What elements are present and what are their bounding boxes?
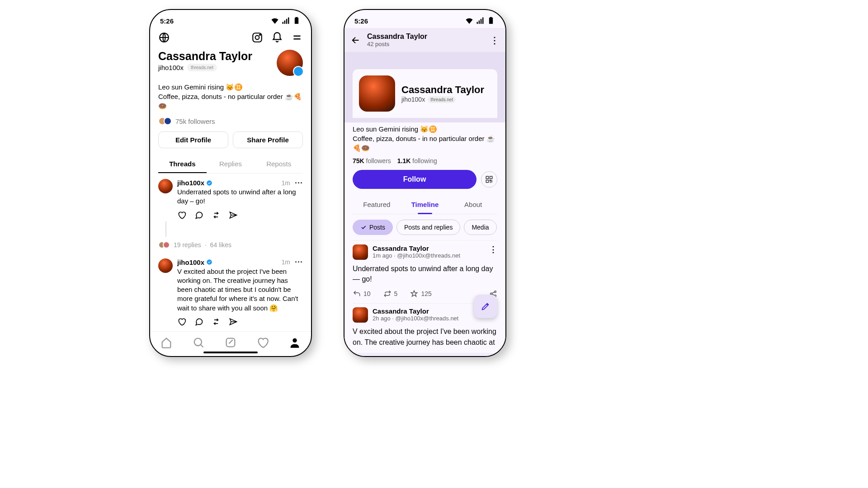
heart-icon[interactable] — [177, 211, 186, 220]
facepile — [158, 117, 172, 125]
tab-featured[interactable]: Featured — [353, 195, 401, 214]
post-user[interactable]: jiho100x — [177, 258, 204, 266]
header-subtitle: 42 posts — [367, 41, 427, 47]
battery-icon — [292, 16, 301, 25]
filter-posts[interactable]: Posts — [353, 220, 393, 235]
post-avatar[interactable] — [158, 179, 173, 193]
post-meta: 1m ago · @jiho100x@threads.net — [373, 252, 460, 259]
svg-point-3 — [259, 34, 260, 35]
status-bar: 5:26 — [344, 10, 505, 28]
nav-activity-icon[interactable] — [256, 336, 269, 349]
nav-profile-icon[interactable] — [288, 336, 301, 349]
thread-line — [165, 221, 166, 237]
post[interactable]: jiho100x 1m ··· V excited about the proj… — [150, 253, 311, 332]
followers-row[interactable]: 75k followers — [158, 117, 303, 125]
repost-icon[interactable] — [212, 211, 221, 220]
tab-replies[interactable]: Replies — [207, 155, 255, 173]
svg-rect-12 — [486, 180, 488, 183]
bottom-nav — [344, 353, 505, 357]
follow-button[interactable]: Follow — [353, 170, 476, 189]
profile-body: Leo sun Gemini rising 😽♊ Coffee, pizza, … — [344, 122, 505, 353]
repost-icon[interactable] — [212, 317, 221, 326]
send-icon[interactable] — [229, 317, 238, 326]
svg-point-4 — [207, 180, 212, 186]
profile-tabs: Featured Timeline About — [353, 195, 497, 214]
post[interactable]: jiho100x 1m ··· Underrated spots to unwi… — [150, 174, 311, 253]
share-profile-button[interactable]: Share Profile — [233, 131, 303, 148]
tab-threads[interactable]: Threads — [158, 155, 207, 173]
back-icon[interactable] — [351, 35, 361, 45]
post-avatar[interactable] — [353, 307, 368, 323]
feed[interactable]: jiho100x 1m ··· Underrated spots to unwi… — [150, 174, 311, 331]
svg-point-5 — [207, 259, 212, 265]
boost-button[interactable]: 5 — [383, 290, 398, 298]
avatar[interactable] — [277, 50, 303, 76]
timeline-filters: Posts Posts and replies Media — [353, 214, 497, 240]
post-avatar[interactable] — [158, 258, 173, 273]
post-author[interactable]: Cassandra Taylor — [373, 244, 460, 252]
home-indicator — [203, 352, 258, 353]
post-replies[interactable]: 19 replies — [174, 241, 201, 249]
reply-button[interactable]: 10 — [353, 290, 371, 298]
nav-compose-icon[interactable] — [224, 336, 237, 349]
followers-count[interactable]: 75K followers — [353, 157, 391, 164]
cover-area: Cassandra Taylor jiho100x threads.net — [344, 52, 505, 122]
filter-posts-replies[interactable]: Posts and replies — [396, 220, 460, 235]
profile-bio: Leo sun Gemini rising 😽♊ Coffee, pizza, … — [158, 82, 303, 111]
profile-handle: jiho100x — [158, 64, 184, 71]
more-icon[interactable]: ⋮ — [490, 35, 499, 46]
post-text: V excited about the project I've been wo… — [177, 267, 303, 313]
post-more-icon[interactable]: ··· — [295, 260, 303, 264]
compose-fab[interactable] — [474, 295, 497, 318]
edit-profile-button[interactable]: Edit Profile — [158, 131, 228, 148]
qr-button[interactable] — [481, 171, 497, 188]
svg-point-7 — [194, 338, 201, 346]
status-time: 5:26 — [160, 17, 174, 25]
favorite-button[interactable]: 125 — [410, 290, 431, 298]
followers-count: 75k followers — [175, 117, 215, 125]
post-text: Underrated spots to unwind after a long … — [353, 263, 497, 284]
tab-reposts[interactable]: Reposts — [255, 155, 303, 173]
tab-about[interactable]: About — [449, 195, 497, 214]
post-likes[interactable]: 64 likes — [210, 241, 231, 249]
comment-icon[interactable] — [194, 317, 203, 326]
post-time: 1m — [282, 258, 290, 266]
bell-icon[interactable] — [271, 32, 283, 43]
post-more-icon[interactable]: ⋮ — [489, 244, 497, 254]
filter-media[interactable]: Media — [464, 220, 496, 235]
instagram-icon[interactable] — [251, 32, 263, 43]
post-avatar[interactable] — [353, 244, 368, 260]
profile-header: Cassandra Taylor jiho100x threads.net Le… — [150, 47, 311, 174]
menu-icon[interactable] — [291, 32, 303, 43]
post[interactable]: Cassandra Taylor 1m ago · @jiho100x@thre… — [353, 240, 497, 303]
domain-chip[interactable]: threads.net — [428, 96, 456, 103]
avatar[interactable] — [359, 75, 395, 112]
heart-icon[interactable] — [177, 317, 186, 326]
tab-timeline[interactable]: Timeline — [401, 195, 449, 214]
verified-icon — [206, 259, 212, 265]
svg-rect-11 — [490, 176, 492, 178]
nav-home-icon[interactable] — [160, 336, 173, 349]
wifi-icon — [465, 16, 474, 25]
profile-name: Cassandra Taylor — [401, 84, 484, 96]
top-bar: Cassandra Taylor 42 posts ⋮ — [344, 28, 505, 52]
top-bar — [150, 28, 311, 47]
svg-point-2 — [255, 36, 259, 40]
profile-handle: jiho100x — [401, 96, 425, 103]
nav-search-icon[interactable] — [192, 336, 205, 349]
post-more-icon[interactable]: ··· — [295, 181, 303, 185]
post-user[interactable]: jiho100x — [177, 179, 204, 187]
globe-icon[interactable] — [158, 32, 170, 43]
post-author[interactable]: Cassandra Taylor — [373, 307, 458, 315]
send-icon[interactable] — [229, 211, 238, 220]
status-bar: 5:26 — [150, 10, 311, 28]
bottom-nav — [150, 331, 311, 350]
verified-icon — [206, 180, 212, 186]
phone-threads: 5:26 Cassandra Taylor jiho100x threads.n… — [149, 9, 312, 357]
following-count[interactable]: 1.1K following — [397, 157, 437, 164]
domain-chip[interactable]: threads.net — [187, 64, 217, 71]
profile-name: Cassandra Taylor — [158, 50, 252, 63]
comment-icon[interactable] — [194, 211, 203, 220]
signal-icon — [281, 16, 290, 25]
battery-icon — [486, 16, 495, 25]
